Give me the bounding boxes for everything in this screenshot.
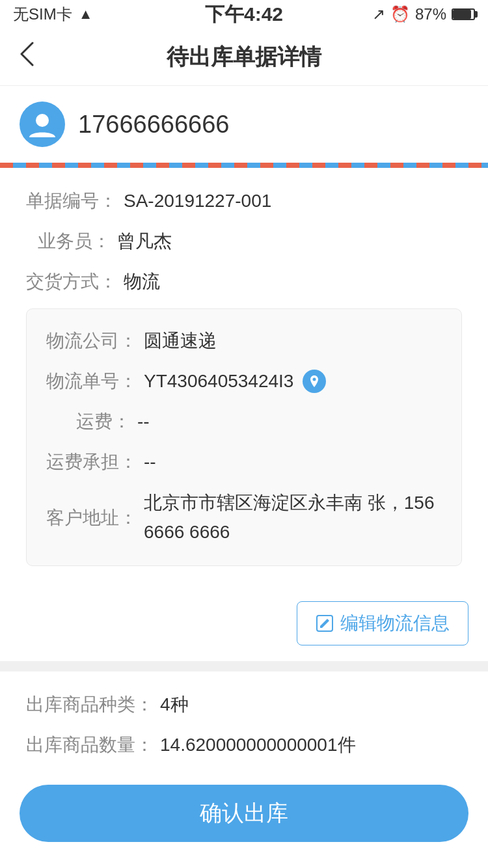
product-types-value: 4种 xyxy=(160,691,462,718)
doc-number-row: 单据编号： SA-20191227-001 xyxy=(26,187,462,215)
delivery-method-row: 交货方式： 物流 xyxy=(26,268,462,295)
status-time: 下午4:42 xyxy=(205,1,283,28)
status-right: ↗ ⏰ 87% xyxy=(372,5,475,23)
status-bar: 无SIM卡 ▲ 下午4:42 ↗ ⏰ 87% xyxy=(0,0,488,29)
freight-row: 运费： -- xyxy=(46,408,442,435)
battery-label: 87% xyxy=(415,5,446,23)
stock-info-section: 出库商品种类： 4种 出库商品数量： 14.620000000000001件 xyxy=(0,671,488,778)
edit-logistics-label: 编辑物流信息 xyxy=(340,611,450,636)
product-quantity-row: 出库商品数量： 14.620000000000001件 xyxy=(26,731,462,759)
sales-person-value: 曾凡杰 xyxy=(117,228,462,255)
address-value: 北京市市辖区海淀区永丰南 张，156 6666 6666 xyxy=(144,489,442,547)
delivery-method-value: 物流 xyxy=(124,268,462,295)
freight-label: 运费： xyxy=(46,408,137,435)
address-row: 客户地址： 北京市市辖区海淀区永丰南 张，156 6666 6666 xyxy=(46,489,442,547)
freight-bearer-label: 运费承担： xyxy=(46,448,144,476)
confirm-btn-label: 确认出库 xyxy=(200,798,288,828)
product-quantity-value: 14.620000000000001件 xyxy=(160,731,462,759)
doc-number-value: SA-20191227-001 xyxy=(124,187,462,215)
svg-point-0 xyxy=(36,114,49,127)
location-status-icon: ↗ xyxy=(372,5,385,23)
section-separator-1 xyxy=(0,661,488,671)
dashed-divider xyxy=(0,163,488,168)
logistics-company-value: 圆通速递 xyxy=(144,327,442,355)
edit-logistics-button[interactable]: 编辑物流信息 xyxy=(297,601,468,645)
sales-person-row: 业务员： 曾凡杰 xyxy=(26,228,462,255)
freight-bearer-value: -- xyxy=(144,448,442,476)
freight-value: -- xyxy=(137,408,442,435)
confirm-outbound-button[interactable]: 确认出库 xyxy=(20,785,468,842)
confirm-btn-container: 确认出库 xyxy=(0,772,488,868)
alarm-icon: ⏰ xyxy=(390,5,410,23)
wifi-icon: ▲ xyxy=(79,6,93,23)
product-types-label: 出库商品种类： xyxy=(26,691,160,718)
back-button[interactable] xyxy=(20,42,34,72)
delivery-method-label: 交货方式： xyxy=(26,268,124,295)
product-quantity-label: 出库商品数量： xyxy=(26,731,160,759)
battery-bar-icon xyxy=(452,8,475,20)
user-phone: 17666666666 xyxy=(78,111,229,139)
map-pin-icon[interactable] xyxy=(303,370,326,393)
doc-number-label: 单据编号： xyxy=(26,187,124,215)
product-types-row: 出库商品种类： 4种 xyxy=(26,691,462,718)
carrier-label: 无SIM卡 xyxy=(13,4,72,25)
tracking-value: YT43064053424I3 xyxy=(144,368,442,395)
address-label: 客户地址： xyxy=(46,504,144,532)
page-title: 待出库单据详情 xyxy=(167,42,321,72)
nav-bar: 待出库单据详情 xyxy=(0,29,488,86)
logistics-card: 物流公司： 圆通速递 物流单号： YT43064053424I3 运费： -- xyxy=(26,308,462,566)
avatar xyxy=(20,102,65,147)
tracking-row: 物流单号： YT43064053424I3 xyxy=(46,368,442,395)
user-card: 17666666666 xyxy=(0,86,488,163)
basic-info-section: 单据编号： SA-20191227-001 业务员： 曾凡杰 交货方式： 物流 … xyxy=(0,168,488,586)
status-left: 无SIM卡 ▲ xyxy=(13,4,92,25)
logistics-company-label: 物流公司： xyxy=(46,327,144,355)
sales-person-label: 业务员： xyxy=(26,228,117,255)
edit-logistics-row: 编辑物流信息 xyxy=(0,586,488,661)
freight-bearer-row: 运费承担： -- xyxy=(46,448,442,476)
logistics-company-row: 物流公司： 圆通速递 xyxy=(46,327,442,355)
tracking-label: 物流单号： xyxy=(46,368,144,395)
